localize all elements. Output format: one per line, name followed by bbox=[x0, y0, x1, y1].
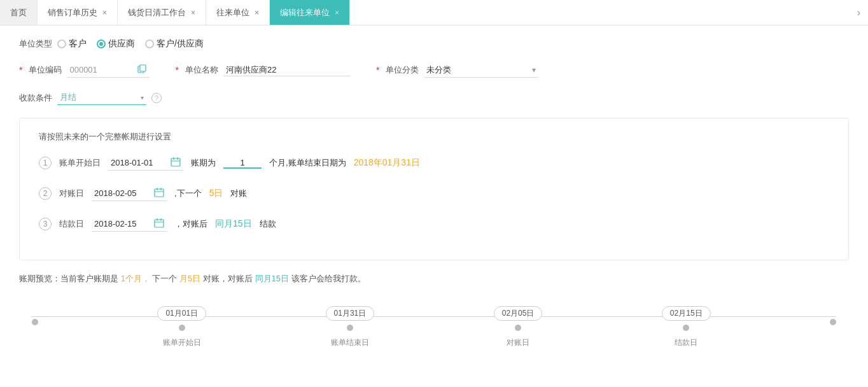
tab-sales-history-label: 销售订单历史 bbox=[48, 7, 97, 18]
timeline-node-4-dot bbox=[683, 325, 689, 331]
preview-hl1: 1个月， bbox=[121, 274, 150, 283]
settings-box: 请按照未来的一个完整帐期进行设置 1 账单开始日 账期为 个月,账单结束日期为 bbox=[19, 118, 849, 260]
timeline-start-dot bbox=[32, 319, 38, 325]
step3-date-input[interactable] bbox=[94, 219, 151, 229]
unit-type-field: 单位类型 客户 供应商 客户/供应商 bbox=[19, 38, 204, 50]
tab-cash-workbench[interactable]: 钱货日清工作台 × bbox=[118, 0, 206, 25]
unit-name-input[interactable] bbox=[223, 64, 351, 76]
unit-code-input-wrap bbox=[67, 62, 150, 78]
unit-category-field: * 单位分类 未分类 ▾ bbox=[376, 63, 538, 78]
radio-customer[interactable]: 客户 bbox=[57, 38, 87, 50]
unit-category-arrow-icon: ▾ bbox=[532, 66, 536, 74]
unit-type-radio-group: 客户 供应商 客户/供应商 bbox=[57, 38, 204, 50]
timeline-node-1: 01月01日 账单开始日 bbox=[157, 306, 206, 348]
preview-middle: 对账，对账后 bbox=[203, 274, 253, 283]
unit-code-copy-icon[interactable] bbox=[137, 64, 147, 76]
setting-row-3: 3 结款日 ，对账后 同月15日 结款 bbox=[39, 216, 829, 232]
step1-mid-text: 账期为 bbox=[191, 157, 216, 169]
preview-hl2: 月5日 bbox=[179, 274, 200, 283]
preview-section: 账期预览：当前客户账期是 1个月， 下一个 月5日 对账，对账后 同月15日 该… bbox=[19, 273, 849, 285]
radio-customer-circle bbox=[57, 39, 66, 48]
step1-suffix: 个月,账单结束日期为 bbox=[269, 157, 346, 169]
timeline-node-1-label: 01月01日 bbox=[157, 306, 206, 321]
radio-both-circle bbox=[145, 39, 154, 48]
timeline-node-3-label: 02月05日 bbox=[494, 306, 543, 321]
tab-cash-workbench-label: 钱货日清工作台 bbox=[128, 7, 186, 18]
tab-sales-history-close[interactable]: × bbox=[102, 8, 107, 17]
unit-code-star: * bbox=[19, 65, 22, 75]
tab-edit-partner[interactable]: 编辑往来单位 × bbox=[270, 0, 350, 25]
tab-partner-units-close[interactable]: × bbox=[255, 8, 259, 17]
timeline-node-3-dot bbox=[515, 325, 521, 331]
timeline-node-2-bottom: 账单结束日 bbox=[331, 337, 369, 348]
tab-sales-history[interactable]: 销售订单历史 × bbox=[38, 0, 118, 25]
unit-type-label: 单位类型 bbox=[19, 38, 52, 50]
payment-terms-value: 月结 bbox=[60, 92, 137, 103]
unit-code-label: 单位编码 bbox=[29, 64, 62, 76]
unit-name-field: * 单位名称 bbox=[175, 64, 350, 76]
timeline-node-2: 01月31日 账单结束日 bbox=[326, 306, 375, 348]
unit-category-select[interactable]: 未分类 ▾ bbox=[424, 63, 538, 78]
step3-calendar-icon[interactable] bbox=[154, 218, 164, 230]
setting-row-1: 1 账单开始日 账期为 个月,账单结束日期为 2018年01月31日 bbox=[39, 155, 829, 171]
unit-type-row: 单位类型 客户 供应商 客户/供应商 bbox=[19, 38, 849, 50]
step1-date-input[interactable] bbox=[111, 158, 168, 167]
radio-both[interactable]: 客户/供应商 bbox=[145, 38, 204, 50]
step2-calendar-icon[interactable] bbox=[154, 187, 164, 199]
tab-nav-right-arrow[interactable]: › bbox=[850, 7, 868, 18]
tab-edit-partner-close[interactable]: × bbox=[335, 8, 339, 17]
radio-both-label: 客户/供应商 bbox=[157, 38, 204, 50]
step3-suffix: 结款 bbox=[260, 218, 276, 230]
timeline-node-1-bottom: 账单开始日 bbox=[163, 337, 201, 348]
unit-category-value: 未分类 bbox=[426, 64, 528, 76]
tab-home-label: 首页 bbox=[10, 7, 27, 18]
svg-rect-6 bbox=[155, 189, 164, 197]
timeline-start bbox=[32, 306, 38, 325]
timeline-node-2-dot bbox=[347, 325, 353, 331]
timeline-node-1-dot bbox=[179, 325, 185, 331]
step2-date-wrap bbox=[92, 186, 167, 201]
preview-hl3: 同月15日 bbox=[255, 274, 289, 283]
tab-cash-workbench-close[interactable]: × bbox=[191, 8, 195, 17]
radio-supplier-label: 供应商 bbox=[108, 38, 135, 50]
step2-label: 对账日 bbox=[59, 188, 84, 199]
timeline-nodes: 01月01日 账单开始日 01月31日 账单结束日 02月05日 对账日 02月… bbox=[32, 306, 836, 348]
payment-terms-select[interactable]: 月结 ▾ bbox=[57, 90, 146, 105]
timeline-end-dot bbox=[830, 319, 836, 325]
step1-month-input[interactable] bbox=[223, 158, 262, 169]
tab-bar: 首页 销售订单历史 × 钱货日清工作台 × 往来单位 × 编辑往来单位 × › bbox=[0, 0, 868, 25]
radio-supplier-circle bbox=[97, 39, 106, 48]
step1-end-date: 2018年01月31日 bbox=[354, 157, 420, 169]
setting-row-2: 2 对账日 ,下一个 5日 对账 bbox=[39, 186, 829, 201]
tab-home[interactable]: 首页 bbox=[0, 0, 38, 25]
preview-prefix: 账期预览：当前客户账期是 bbox=[19, 274, 118, 283]
unit-category-star: * bbox=[376, 65, 379, 75]
step2-suffix: 对账 bbox=[230, 188, 247, 199]
tab-edit-partner-label: 编辑往来单位 bbox=[280, 7, 330, 18]
settings-box-title: 请按照未来的一个完整帐期进行设置 bbox=[39, 131, 829, 143]
step3-label: 结款日 bbox=[59, 218, 84, 230]
step1-date-wrap bbox=[108, 155, 183, 171]
payment-terms-row: 收款条件 月结 ▾ ? bbox=[19, 90, 849, 105]
step-num-2: 2 bbox=[39, 187, 52, 200]
tab-partner-units-label: 往来单位 bbox=[216, 7, 249, 18]
step2-date-input[interactable] bbox=[94, 188, 151, 198]
radio-supplier[interactable]: 供应商 bbox=[97, 38, 135, 50]
unit-code-field: * 单位编码 bbox=[19, 62, 150, 78]
preview-hl2-prefix: 下一个 bbox=[152, 274, 177, 283]
preview-suffix: 该客户会给我打款。 bbox=[291, 274, 366, 283]
svg-rect-2 bbox=[171, 158, 180, 166]
payment-terms-help-icon[interactable]: ? bbox=[151, 93, 162, 103]
step3-highlight: 同月15日 bbox=[215, 218, 252, 230]
tab-partner-units[interactable]: 往来单位 × bbox=[206, 0, 270, 25]
timeline-section: 01月01日 账单开始日 01月31日 账单结束日 02月05日 对账日 02月… bbox=[19, 300, 849, 367]
timeline-node-4: 02月15日 结款日 bbox=[662, 306, 711, 348]
step1-calendar-icon[interactable] bbox=[171, 157, 181, 169]
timeline-node-2-label: 01月31日 bbox=[326, 306, 375, 321]
unit-code-input[interactable] bbox=[69, 65, 133, 74]
unit-name-star: * bbox=[175, 65, 178, 75]
step-num-1: 1 bbox=[39, 157, 52, 169]
step1-label: 账单开始日 bbox=[59, 157, 101, 169]
step3-date-wrap bbox=[92, 216, 167, 232]
timeline-node-3: 02月05日 对账日 bbox=[494, 306, 543, 348]
